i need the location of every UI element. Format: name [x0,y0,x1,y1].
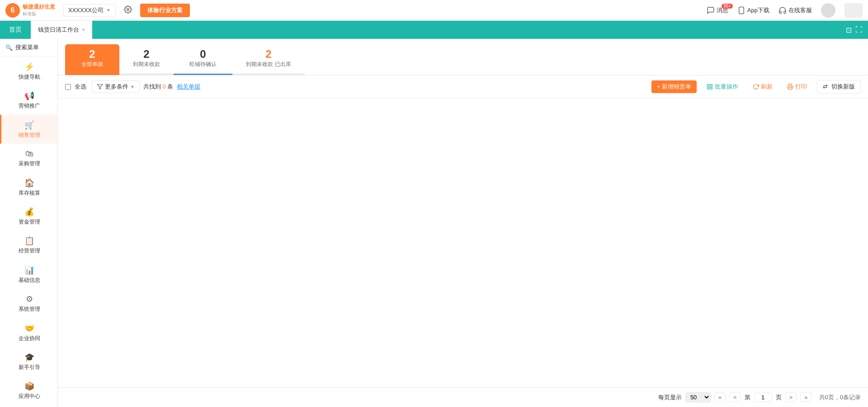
marketing-icon: 📢 [24,91,34,101]
tab-home[interactable]: 首页 [0,21,31,39]
sidebar-item-sales[interactable]: 🛒 销售管理 [0,115,57,144]
select-all-checkbox[interactable] [65,84,71,90]
inventory-icon: 🏠 [24,178,34,188]
sales-icon: 🛒 [24,120,34,130]
company-name: XXXXXX公司 [68,6,104,14]
company-selector[interactable]: XXXXXX公司 ▼ [63,4,116,17]
per-page-select[interactable]: 50 100 200 [685,392,711,402]
sidebar-item-capital[interactable]: 💰 资金管理 [0,201,57,230]
content-area: 2 全部单据 2 到期未收款 0 旺铺待确认 2 到期未收款 已出库 全选 [58,39,868,407]
refresh-icon [753,84,759,90]
logo-area: 6 畅捷通好生意 标准版 [5,3,63,18]
svg-rect-5 [711,84,712,86]
sidebar-item-enterprise-coop[interactable]: 🤝 企业协同 [0,318,57,347]
tab-active[interactable]: 钱货日清工作台 × [31,21,92,39]
avatar[interactable] [821,3,835,18]
online-service-button[interactable]: 在线客服 [778,6,812,14]
search-icon: 🔍 [5,44,13,51]
app-center-icon: 📦 [24,381,34,391]
stat-tabs: 2 全部单据 2 到期未收款 0 旺铺待确认 2 到期未收款 已出库 [58,39,868,75]
close-tab-icon[interactable]: × [82,27,85,33]
quick-nav-icon: ⚡ [24,62,34,72]
user-menu[interactable] [844,3,863,18]
related-orders-link[interactable]: 相关单据 [177,83,200,91]
total-pages-text: 共0页，0条记录 [819,393,861,402]
stat-tab-overdue-shipped[interactable]: 2 到期未收款 已出库 [232,44,305,75]
tab-maximize-button[interactable]: ⛶ [855,26,863,34]
page-suffix: 页 [776,393,782,402]
sidebar-item-marketing[interactable]: 📢 营销推广 [0,85,57,114]
select-all-label: 全选 [75,83,86,91]
tab-label: 钱货日清工作台 [38,26,79,34]
batch-ops-icon [707,84,713,90]
batch-ops-button[interactable]: 批量操作 [702,81,743,93]
sidebar-search[interactable]: 🔍 搜索菜单 [0,39,57,56]
header-right: 消息 99+ App下载 在线客服 [707,3,863,18]
sidebar-item-app-center[interactable]: 📦 应用中心 [0,376,57,405]
svg-rect-4 [708,84,709,86]
message-badge: 99+ [722,4,733,9]
logo-icon: 6 [5,3,20,18]
print-button[interactable]: 打印 [783,81,811,93]
chevron-down-icon: ▼ [106,8,111,13]
svg-point-0 [127,8,129,10]
switch-version-button[interactable]: ⇄ 切换新版 [817,80,861,94]
tab-bar: 首页 钱货日清工作台 × ⊡ ⛶ [0,21,868,39]
svg-rect-8 [789,87,792,89]
beginner-icon: 🎓 [24,352,34,362]
tab-actions: ⊡ ⛶ [840,26,868,34]
sidebar-item-base-info[interactable]: 📊 基础信息 [0,260,57,289]
app-download-button[interactable]: App下载 [737,6,769,14]
first-page-button[interactable]: « [714,393,726,402]
operations-icon: 📋 [24,236,34,246]
system-icon: ⚙ [26,294,33,304]
svg-marker-3 [97,84,103,89]
base-info-icon: 📊 [24,265,34,275]
svg-rect-7 [708,87,709,89]
next-page-button[interactable]: > [785,393,797,402]
sidebar-item-purchase[interactable]: 🛍 采购管理 [0,144,57,172]
sidebar-item-quick-nav[interactable]: ⚡ 快捷导航 [0,56,57,85]
sidebar-item-system[interactable]: ⚙ 系统管理 [0,289,57,318]
switch-icon: ⇄ [823,83,828,90]
enterprise-coop-icon: 🤝 [24,323,34,333]
page-label: 第 [745,393,750,402]
page-input[interactable] [754,393,772,402]
sidebar-item-inventory[interactable]: 🏠 库存核算 [0,173,57,201]
stat-tab-pending[interactable]: 0 旺铺待确认 [174,44,232,75]
toolbar: 全选 更多条件 ▼ 共找到 0 条 相关单据 + 新增销货单 [58,75,868,98]
purchase-icon: 🛍 [25,149,33,159]
last-page-button[interactable]: » [800,393,811,402]
sidebar-item-beginner[interactable]: 🎓 新手引导 [0,347,57,376]
toolbar-left: 全选 更多条件 ▼ 共找到 0 条 相关单据 [65,80,200,93]
stat-tab-all[interactable]: 2 全部单据 [65,44,119,75]
sidebar-item-operations[interactable]: 📋 经营管理 [0,230,57,259]
found-count-text: 共找到 0 条 [143,83,173,91]
print-icon [787,84,793,90]
prev-page-button[interactable]: < [729,393,741,402]
main-layout: 🔍 搜索菜单 ⚡ 快捷导航 📢 营销推广 🛒 销售管理 🛍 采购管理 🏠 库存核… [0,39,868,407]
logo-text: 畅捷通好生意 标准版 [23,3,55,17]
per-page-label: 每页显示 [658,393,682,402]
message-button[interactable]: 消息 99+ [707,6,728,14]
settings-button[interactable] [120,4,136,17]
more-filter-button[interactable]: 更多条件 ▼ [92,80,140,93]
toolbar-right: + 新增销货单 批量操作 刷新 [651,80,861,94]
stat-tab-overdue[interactable]: 2 到期未收款 [119,44,174,75]
trial-button[interactable]: 体验行业方案 [140,4,190,17]
refresh-button[interactable]: 刷新 [748,81,777,93]
sidebar: 🔍 搜索菜单 ⚡ 快捷导航 📢 营销推广 🛒 销售管理 🛍 采购管理 🏠 库存核… [0,39,58,407]
sidebar-item-weixin[interactable]: 💬 企业微信 [0,405,57,407]
chevron-down-icon: ▼ [130,84,135,89]
filter-icon [97,84,103,90]
table-area [58,98,868,387]
top-header: 6 畅捷通好生意 标准版 XXXXXX公司 ▼ 体验行业方案 消息 99+ [0,0,868,21]
tab-minimize-button[interactable]: ⊡ [846,26,852,34]
pagination-bar: 每页显示 50 100 200 « < 第 页 > » 共0页，0条记录 [58,387,868,407]
svg-rect-6 [711,87,712,89]
add-sales-button[interactable]: + 新增销货单 [651,80,697,93]
capital-icon: 💰 [24,207,34,217]
